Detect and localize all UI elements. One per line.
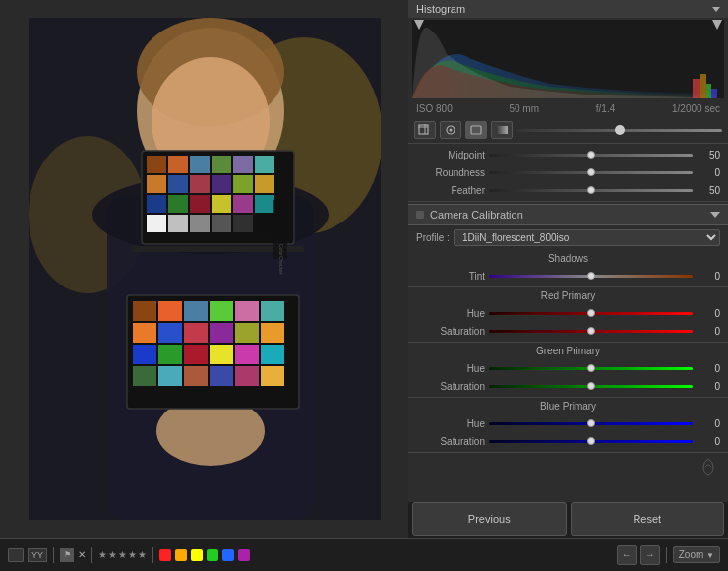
red-primary-sliders: Hue 0 Saturation 0 bbox=[408, 302, 728, 343]
blue-hue-row: Hue 0 bbox=[416, 414, 720, 432]
zoom-text: Zoom bbox=[679, 549, 704, 560]
svg-rect-17 bbox=[168, 175, 188, 193]
green-sat-value: 0 bbox=[697, 381, 720, 392]
blue-hue-track[interactable] bbox=[489, 422, 693, 425]
svg-rect-46 bbox=[235, 323, 259, 343]
svg-rect-55 bbox=[158, 366, 182, 386]
color-label-blue[interactable] bbox=[222, 549, 234, 561]
svg-rect-29 bbox=[168, 215, 188, 232]
svg-rect-38 bbox=[184, 301, 208, 321]
tool-redeye[interactable] bbox=[465, 121, 487, 139]
blue-hue-label: Hue bbox=[416, 418, 485, 429]
toolbar-view-icon[interactable] bbox=[8, 548, 24, 562]
svg-rect-33 bbox=[255, 215, 274, 232]
color-label-yellow[interactable] bbox=[191, 549, 203, 561]
nav-prev-arrow[interactable]: ← bbox=[617, 545, 637, 565]
roundness-thumb bbox=[587, 168, 595, 176]
midpoint-track[interactable] bbox=[489, 154, 693, 157]
midpoint-label: Midpoint bbox=[416, 150, 485, 160]
green-hue-track[interactable] bbox=[489, 367, 693, 370]
red-sat-label: Saturation bbox=[416, 326, 485, 337]
svg-rect-37 bbox=[158, 301, 182, 321]
shadows-tint-thumb bbox=[587, 272, 595, 280]
svg-rect-44 bbox=[184, 323, 208, 343]
previous-label: Previous bbox=[468, 513, 511, 525]
shadows-tint-label: Tint bbox=[416, 271, 485, 282]
green-sat-track[interactable] bbox=[489, 385, 693, 388]
green-sat-label: Saturation bbox=[416, 381, 485, 392]
svg-rect-63 bbox=[700, 74, 706, 98]
toolbar-stars[interactable]: ★ ★ ★ ★ ★ bbox=[98, 549, 147, 560]
red-hue-track[interactable] bbox=[489, 312, 693, 315]
blue-sat-thumb bbox=[587, 437, 595, 445]
toolbar-yy-label[interactable]: YY bbox=[28, 548, 47, 562]
shadows-tint-track[interactable] bbox=[489, 275, 693, 278]
toolbar-flag-icon[interactable]: ⚑ bbox=[60, 548, 74, 562]
zoom-label[interactable]: Zoom ▼ bbox=[673, 546, 720, 563]
camera-calibration-expand-icon[interactable] bbox=[710, 212, 720, 218]
feather-track[interactable] bbox=[489, 189, 693, 192]
shadows-tint-row: Tint 0 bbox=[416, 267, 720, 285]
svg-rect-58 bbox=[235, 366, 259, 386]
histogram-expand-icon[interactable] bbox=[712, 7, 720, 12]
blue-primary-sliders: Hue 0 Saturation 0 bbox=[408, 412, 728, 453]
green-hue-value: 0 bbox=[697, 363, 720, 374]
feather-label: Feather bbox=[416, 185, 485, 196]
toolbar-divider-3 bbox=[152, 547, 153, 563]
svg-rect-40 bbox=[235, 301, 259, 321]
tool-crop[interactable] bbox=[414, 121, 436, 139]
svg-rect-28 bbox=[147, 215, 166, 232]
svg-rect-45 bbox=[210, 323, 233, 343]
previous-button[interactable]: Previous bbox=[412, 502, 567, 536]
shadows-group-header: Shadows bbox=[408, 250, 728, 265]
roundness-track[interactable] bbox=[489, 171, 693, 174]
green-hue-row: Hue 0 bbox=[416, 359, 720, 377]
color-label-red[interactable] bbox=[159, 549, 171, 561]
svg-rect-23 bbox=[168, 195, 188, 213]
svg-rect-24 bbox=[190, 195, 210, 213]
svg-rect-31 bbox=[212, 215, 231, 232]
feather-value: 50 bbox=[697, 185, 720, 196]
tool-amount-slider[interactable] bbox=[516, 129, 722, 132]
roundness-value: 0 bbox=[697, 167, 720, 178]
green-hue-label: Hue bbox=[416, 363, 485, 374]
camera-calibration-header[interactable]: Camera Calibration bbox=[408, 204, 728, 225]
svg-rect-15 bbox=[255, 156, 274, 173]
green-hue-thumb bbox=[587, 364, 595, 372]
toolbar-x-icon[interactable]: ✕ bbox=[78, 549, 86, 560]
red-sat-track[interactable] bbox=[489, 330, 693, 333]
histogram-header: Histogram bbox=[408, 0, 728, 18]
color-label-orange[interactable] bbox=[175, 549, 187, 561]
tool-slider-thumb bbox=[615, 125, 625, 135]
svg-rect-62 bbox=[693, 79, 700, 98]
reset-button[interactable]: Reset bbox=[571, 502, 725, 536]
tool-gradient[interactable] bbox=[491, 121, 513, 139]
blue-hue-thumb bbox=[587, 419, 595, 427]
histogram-info: ISO 800 50 mm f/1.4 1/2000 sec bbox=[408, 100, 728, 117]
iso-info: ISO 800 bbox=[416, 103, 453, 114]
svg-rect-11 bbox=[168, 156, 188, 173]
midpoint-thumb bbox=[587, 151, 595, 159]
svg-rect-32 bbox=[233, 215, 253, 232]
svg-rect-25 bbox=[212, 195, 231, 213]
star-5: ★ bbox=[138, 549, 147, 560]
blue-sat-track[interactable] bbox=[489, 440, 693, 443]
red-primary-group-header: Red Primary bbox=[408, 287, 728, 302]
focal-info: 50 mm bbox=[509, 103, 539, 114]
tool-amount-slider-row bbox=[516, 129, 722, 132]
tool-spot[interactable] bbox=[440, 121, 461, 139]
svg-rect-20 bbox=[233, 175, 253, 193]
color-label-green[interactable] bbox=[207, 549, 218, 561]
profile-select[interactable]: 1DiiN_florescent_800iso bbox=[454, 229, 720, 246]
green-sat-row: Saturation 0 bbox=[416, 377, 720, 395]
svg-rect-48 bbox=[133, 345, 156, 364]
svg-rect-22 bbox=[147, 195, 166, 213]
histogram-title: Histogram bbox=[416, 3, 465, 15]
svg-rect-26 bbox=[233, 195, 253, 213]
nav-next-arrow[interactable]: → bbox=[640, 545, 660, 565]
panel-content: Midpoint 50 Roundness 0 Feather bbox=[408, 144, 728, 502]
svg-rect-73 bbox=[496, 126, 508, 134]
profile-row: Profile : 1DiiN_florescent_800iso bbox=[408, 225, 728, 250]
color-label-purple[interactable] bbox=[238, 549, 250, 561]
red-sat-thumb bbox=[587, 327, 595, 335]
